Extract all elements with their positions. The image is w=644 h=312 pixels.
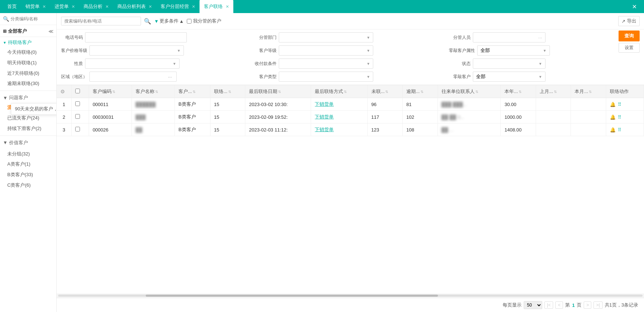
code-sort-icon[interactable]: ⇅ — [112, 90, 115, 94]
close-product-analysis-icon[interactable]: ✕ — [105, 0, 109, 13]
overdue-sort-icon[interactable]: ⇅ — [420, 90, 423, 94]
sidebar-item-overdue-pending[interactable]: 逾期未联络(30) — [0, 78, 56, 89]
zero-customer-select[interactable]: 全部 ▼ — [473, 72, 546, 82]
type-sort-icon[interactable]: ⇅ — [193, 90, 196, 94]
sidebar-collapse-icon[interactable]: ≪ — [48, 29, 53, 34]
nav-product-analysis[interactable]: 商品分析 ✕ — [79, 0, 113, 13]
customer-level-select[interactable]: ▼ — [279, 45, 373, 56]
contact-icon[interactable]: 🔔 — [610, 114, 616, 120]
name-sort-icon[interactable]: ⇅ — [155, 90, 158, 94]
contact-icon[interactable]: 🔔 — [610, 127, 616, 133]
row-code: 00030031 — [89, 111, 132, 123]
page-size-select[interactable]: 50 100 200 — [524, 301, 542, 309]
more-actions-icon[interactable]: ⠿ — [618, 114, 621, 120]
gender-select[interactable]: ▼ — [85, 58, 180, 69]
close-customer-contact-icon[interactable]: ✕ — [226, 0, 229, 13]
contact-sort-icon[interactable]: ⇅ — [228, 90, 231, 94]
region-select[interactable]: ··· — [89, 72, 177, 82]
horizontal-scrollbar[interactable] — [57, 293, 644, 298]
method-sort-icon[interactable]: ⇅ — [344, 90, 347, 94]
sidebar-search-input[interactable] — [11, 16, 57, 21]
row-last-contact-method[interactable]: 下销货单 — [311, 123, 367, 136]
my-customers-checkbox[interactable] — [187, 19, 192, 24]
query-button[interactable]: 查询 — [619, 31, 640, 41]
phone-input[interactable] — [85, 32, 187, 42]
nav-customer-contact[interactable]: 客户联络 ✕ — [200, 0, 233, 13]
window-close-button[interactable]: ✕ — [628, 3, 641, 10]
table-header-last-contact-date: 最后联络日期⇅ — [245, 85, 311, 98]
sidebar-item-unclassified[interactable]: 未分组(32) — [0, 149, 56, 159]
select-all-checkbox[interactable] — [75, 89, 80, 93]
payment-select[interactable]: ▼ — [279, 58, 373, 69]
churn-expand-icon[interactable]: ▼ — [3, 95, 8, 101]
filter-search-button[interactable]: 🔍 — [144, 18, 151, 25]
row-checkbox[interactable] — [71, 98, 89, 111]
last-month-sort-icon[interactable]: ⇅ — [554, 90, 557, 94]
unit-sort-icon[interactable]: ⇅ — [475, 90, 478, 94]
row-action-icons[interactable]: 🔔 ⠿ — [610, 114, 640, 120]
row-actions[interactable]: 🔔 ⠿ — [606, 98, 644, 111]
row-action-icons[interactable]: 🔔 ⠿ — [610, 127, 640, 133]
filter-search-input[interactable] — [61, 17, 141, 25]
nav-customer-tier[interactable]: 客户分层经营 ✕ — [156, 0, 200, 13]
table-header-row: ⚙ 客户编码⇅ 客户名称⇅ 客户...⇅ 联络...⇅ 最后联络日期⇅ 最后联络… — [57, 85, 644, 98]
row-contact: 15 — [210, 98, 245, 111]
nav-product-analysis-list[interactable]: 商品分析列表 ✕ — [113, 0, 156, 13]
filter-funnel-icon: ▼ — [154, 19, 159, 24]
table-header-checkbox[interactable] — [71, 85, 89, 98]
nav-sales-order[interactable]: 销货单 ✕ — [21, 0, 50, 13]
manager-select[interactable]: ··· — [473, 32, 546, 42]
row-this-year: 1408.00 — [501, 123, 536, 136]
zero-attr-select[interactable]: 全部 ▼ — [477, 45, 550, 56]
sidebar-item-class-c[interactable]: C类客户(6) — [0, 180, 56, 191]
scroll-track[interactable] — [58, 295, 643, 297]
row-number: 2 — [57, 111, 71, 123]
close-customer-tier-icon[interactable]: ✕ — [192, 0, 195, 13]
status-select[interactable]: ▼ — [473, 58, 546, 69]
value-expand-icon[interactable]: ▼ — [3, 140, 8, 145]
gear-icon[interactable]: ⚙ — [60, 89, 65, 94]
row-action-icons[interactable]: 🔔 ⠿ — [610, 102, 640, 107]
manager-dots[interactable]: ··· — [538, 35, 542, 40]
row-actions[interactable]: 🔔 ⠿ — [606, 123, 644, 136]
export-button[interactable]: ↗ 导出 — [618, 16, 640, 26]
filter-more-conditions[interactable]: ▼ 更多条件 ▲ — [154, 18, 184, 24]
table-header-gear[interactable]: ⚙ — [57, 85, 71, 98]
scroll-thumb[interactable] — [146, 295, 438, 297]
sidebar-item-today-pending[interactable]: 今天待联络(0) — [0, 47, 56, 58]
more-actions-icon[interactable]: ⠿ — [618, 127, 621, 133]
row-actions[interactable]: 🔔 ⠿ — [606, 111, 644, 123]
row-last-contact-method[interactable]: 下销货单 — [311, 111, 367, 123]
year-sort-icon[interactable]: ⇅ — [519, 90, 522, 94]
price-level-select[interactable]: ▼ — [89, 45, 184, 56]
close-sales-order-icon[interactable]: ✕ — [43, 0, 46, 13]
row-last-contact-method[interactable]: 下销货单 — [311, 98, 367, 111]
sidebar-all-customers[interactable]: ⊞ 全部客户 ≪ — [0, 25, 56, 37]
row-checkbox[interactable] — [71, 123, 89, 136]
row-checkbox[interactable] — [71, 111, 89, 123]
settings-button[interactable]: 设置 — [619, 43, 640, 53]
sidebar-item-class-b[interactable]: B类客户(33) — [0, 170, 56, 180]
date-sort-icon[interactable]: ⇅ — [278, 90, 281, 94]
sidebar-item-class-a[interactable]: A类客户(1) — [0, 159, 56, 170]
sidebar-item-7day-pending[interactable]: 近7天待联络(0) — [0, 68, 56, 79]
nav-purchase-order[interactable]: 进货单 ✕ — [50, 0, 79, 13]
dept-select[interactable]: ▼ — [279, 32, 373, 42]
contact-icon[interactable]: 🔔 — [610, 102, 616, 107]
next-page-button[interactable]: > — [584, 301, 591, 309]
unlisted-sort-icon[interactable]: ⇅ — [385, 90, 388, 94]
sidebar-item-declining[interactable]: 持续下滑客户(2) — [0, 123, 56, 134]
region-dots[interactable]: ··· — [166, 74, 173, 80]
sidebar-item-tomorrow-pending[interactable]: 明天待联络(1) — [0, 58, 56, 68]
pending-expand-icon[interactable]: ▼ — [3, 41, 7, 45]
close-purchase-order-icon[interactable]: ✕ — [72, 0, 75, 13]
close-product-analysis-list-icon[interactable]: ✕ — [149, 0, 152, 13]
zero-customer-arrow-icon: ▼ — [539, 75, 542, 79]
nav-home[interactable]: 首页 — [3, 0, 21, 13]
customer-type-select[interactable]: ▼ — [279, 72, 373, 82]
last-page-button[interactable]: >| — [593, 301, 602, 309]
more-actions-icon[interactable]: ⠿ — [618, 102, 621, 107]
this-month-sort-icon[interactable]: ⇅ — [589, 90, 592, 94]
prev-page-button[interactable]: < — [555, 301, 563, 309]
first-page-button[interactable]: |< — [544, 301, 553, 309]
